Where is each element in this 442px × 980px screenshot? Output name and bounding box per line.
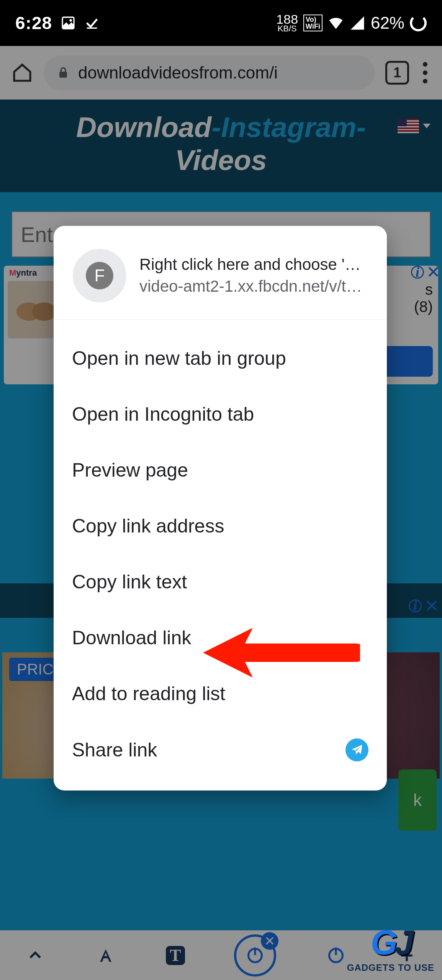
watermark-text: GADGETS TO USE: [347, 962, 434, 973]
ctx-add-reading-list[interactable]: Add to reading list: [54, 666, 387, 722]
svg-point-4: [32, 302, 56, 321]
context-menu-header: F Right click here and choose 'Sav… vide…: [54, 226, 387, 320]
ctx-download-link[interactable]: Download link: [54, 610, 387, 666]
font-icon[interactable]: [95, 945, 116, 966]
status-right: 188 KB/S Vo) WiFi 62%: [276, 13, 427, 33]
picture-icon: [61, 15, 76, 31]
chevron-up-icon[interactable]: [25, 945, 46, 966]
ctx-open-incognito[interactable]: Open in Incognito tab: [54, 386, 387, 442]
device-frame: 6:28 188 KB/S Vo) WiFi 62%: [0, 0, 442, 980]
chevron-down-icon: [423, 124, 431, 128]
lock-icon: [57, 66, 70, 79]
vowifi-icon: Vo) WiFi: [303, 15, 322, 31]
watermark-logo: GJ: [347, 923, 434, 962]
svg-rect-2: [59, 72, 67, 78]
power-icon-small[interactable]: [325, 945, 347, 966]
loading-spinner-icon: [410, 15, 427, 31]
center-action-button[interactable]: ✕: [234, 934, 276, 977]
ctx-share-link[interactable]: Share link: [54, 722, 387, 778]
network-speed: 188 KB/S: [276, 13, 298, 33]
ctx-copy-link-text[interactable]: Copy link text: [54, 554, 387, 610]
link-title: Right click here and choose 'Sav…: [139, 254, 368, 276]
context-menu-link-info: Right click here and choose 'Sav… video-…: [139, 254, 368, 297]
ad-text: s (8): [414, 281, 433, 315]
watermark: GJ GADGETS TO USE: [347, 923, 434, 973]
ad-close-icon[interactable]: ✕: [425, 599, 439, 612]
home-icon[interactable]: [11, 62, 33, 83]
overflow-menu-icon[interactable]: [420, 59, 431, 87]
text-tool-icon[interactable]: T: [166, 946, 185, 965]
checkmark-icon: [84, 15, 100, 31]
url-text: downloadvideosfrom.com/i: [78, 63, 278, 82]
ad-controls: i ✕: [411, 266, 440, 279]
signal-icon: [349, 15, 365, 31]
ad-controls-2: i ✕: [409, 599, 439, 612]
url-bar[interactable]: downloadvideosfrom.com/i: [44, 56, 375, 90]
status-time: 6:28: [15, 13, 52, 33]
site-header: Download-Instagram- Videos: [0, 100, 442, 192]
language-dropdown[interactable]: [398, 119, 431, 133]
browser-toolbar: downloadvideosfrom.com/i 1: [0, 46, 442, 100]
link-favicon: F: [73, 249, 126, 302]
tab-count-button[interactable]: 1: [385, 61, 409, 85]
link-url: video-amt2-1.xx.fbcdn.net/v/t39.…: [139, 276, 368, 297]
ad-brand: Myntra: [9, 268, 37, 278]
battery-percent: 62%: [371, 13, 404, 33]
action-button-peek[interactable]: k: [398, 769, 437, 831]
ad-close-icon[interactable]: ✕: [426, 266, 440, 279]
ctx-open-new-tab-group[interactable]: Open in new tab in group: [54, 330, 387, 386]
svg-point-1: [69, 19, 72, 22]
ad-info-icon[interactable]: i: [409, 599, 422, 612]
close-badge-icon[interactable]: ✕: [261, 932, 278, 950]
context-menu: F Right click here and choose 'Sav… vide…: [54, 226, 387, 791]
context-menu-items: Open in new tab in group Open in Incogni…: [54, 320, 387, 791]
us-flag-icon: [398, 119, 419, 133]
power-icon: [247, 948, 263, 963]
site-title: Download-Instagram- Videos: [8, 111, 434, 177]
wifi-icon: [328, 15, 344, 31]
ctx-preview-page[interactable]: Preview page: [54, 442, 387, 498]
status-bar: 6:28 188 KB/S Vo) WiFi 62%: [0, 0, 442, 46]
ad-info-icon[interactable]: i: [411, 266, 424, 279]
status-left: 6:28: [15, 13, 100, 33]
ctx-copy-link-address[interactable]: Copy link address: [54, 498, 387, 554]
telegram-icon: [345, 738, 368, 761]
